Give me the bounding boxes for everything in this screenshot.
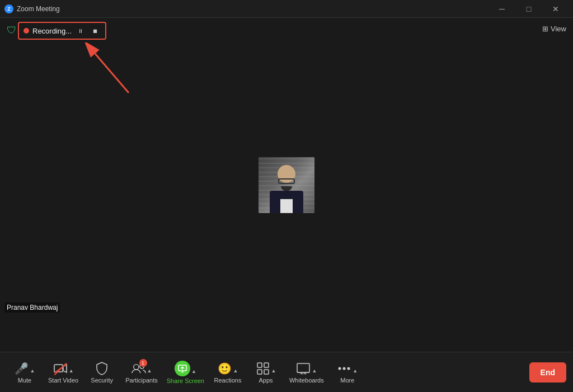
svg-rect-15	[297, 363, 309, 372]
person-glasses	[278, 178, 295, 184]
close-button[interactable]: ✕	[543, 0, 569, 18]
video-icon	[53, 361, 68, 376]
participants-count-badge: 1	[139, 359, 147, 367]
whiteboards-chevron-icon: ▲	[312, 368, 317, 374]
apps-label: Apps	[259, 377, 273, 384]
zoom-logo: Z	[4, 4, 13, 13]
svg-point-21	[343, 367, 346, 370]
security-icon	[95, 361, 109, 376]
view-grid-icon: ⊞	[542, 25, 548, 33]
person-beard	[281, 186, 292, 191]
whiteboards-icon	[296, 361, 311, 376]
microphone-icon: 🎤	[15, 361, 29, 376]
svg-rect-12	[264, 363, 269, 367]
annotation-arrow	[78, 42, 145, 98]
svg-rect-11	[257, 363, 262, 367]
reactions-button[interactable]: 🙂 ▲ Reactions	[210, 359, 246, 386]
security-shield-icon: 🛡	[7, 25, 18, 36]
minimize-button[interactable]: ─	[489, 0, 515, 18]
participants-chevron-icon: ▲	[147, 368, 152, 374]
security-label: Security	[91, 377, 113, 384]
pause-recording-button[interactable]: ⏸	[75, 25, 86, 36]
view-button[interactable]: ⊞ View	[542, 25, 566, 33]
security-button[interactable]: Security	[84, 359, 120, 386]
view-label: View	[551, 25, 566, 33]
reactions-chevron-icon: ▲	[233, 368, 238, 374]
svg-rect-2	[54, 365, 63, 372]
participants-button[interactable]: 1 ▲ Participants	[122, 359, 161, 386]
mute-chevron-icon: ▲	[30, 368, 35, 374]
title-bar-controls: ─ □ ✕	[489, 0, 569, 18]
more-label: More	[340, 377, 354, 384]
reactions-label: Reactions	[214, 377, 242, 384]
video-chevron-icon: ▲	[69, 368, 74, 374]
participant-photo	[259, 157, 314, 213]
svg-marker-3	[63, 365, 67, 372]
title-bar: Z Zoom Meeting ─ □ ✕	[0, 0, 573, 18]
svg-line-1	[95, 54, 129, 93]
recording-dot	[24, 28, 29, 34]
whiteboards-label: Whiteboards	[289, 377, 324, 384]
more-chevron-icon: ▲	[353, 368, 358, 374]
more-icon	[337, 361, 351, 376]
apps-icon	[256, 361, 270, 376]
meeting-area: 🛡 Recording... ⏸ ⏹ ⊞ View	[0, 18, 573, 352]
apps-button[interactable]: ▲ Apps	[248, 359, 284, 386]
mute-label: Mute	[18, 377, 31, 384]
participants-label: Participants	[125, 377, 157, 384]
toolbar: 🎤 ▲ Mute ▲ Start Video	[0, 352, 573, 392]
participant-name-label: Pranav Bhardwaj	[4, 303, 60, 313]
maximize-button[interactable]: □	[516, 0, 542, 18]
share-screen-chevron-icon: ▲	[191, 369, 196, 374]
person-head	[278, 165, 295, 183]
person-figure	[259, 157, 314, 213]
svg-point-20	[339, 367, 341, 370]
more-button[interactable]: ▲ More	[330, 359, 365, 386]
title-bar-left: Z Zoom Meeting	[4, 4, 60, 13]
end-button[interactable]: End	[529, 362, 566, 382]
participant-video	[259, 157, 314, 213]
person-body	[270, 191, 303, 213]
share-screen-icon	[175, 361, 190, 376]
stop-recording-button[interactable]: ⏹	[90, 25, 101, 36]
participants-icon: 1	[131, 361, 146, 376]
share-screen-label: Share Screen	[167, 377, 204, 384]
share-screen-button[interactable]: ▲ Share Screen	[163, 358, 208, 386]
reactions-icon: 🙂	[218, 361, 232, 376]
toolbar-items: 🎤 ▲ Mute ▲ Start Video	[7, 358, 529, 386]
window-title: Zoom Meeting	[17, 5, 60, 13]
person-shirt	[280, 199, 293, 213]
recording-label: Recording...	[32, 27, 72, 35]
apps-chevron-icon: ▲	[271, 368, 276, 374]
svg-rect-14	[264, 370, 269, 374]
svg-point-22	[347, 367, 350, 370]
svg-rect-13	[257, 370, 262, 374]
whiteboards-button[interactable]: ▲ Whiteboards	[286, 359, 327, 386]
svg-point-5	[133, 364, 138, 369]
start-video-label: Start Video	[48, 377, 78, 384]
mute-button[interactable]: 🎤 ▲ Mute	[7, 359, 43, 386]
recording-indicator: Recording... ⏸ ⏹	[18, 22, 106, 40]
top-bar: 🛡 Recording... ⏸ ⏹ ⊞ View	[0, 18, 573, 44]
start-video-button[interactable]: ▲ Start Video	[45, 359, 82, 386]
